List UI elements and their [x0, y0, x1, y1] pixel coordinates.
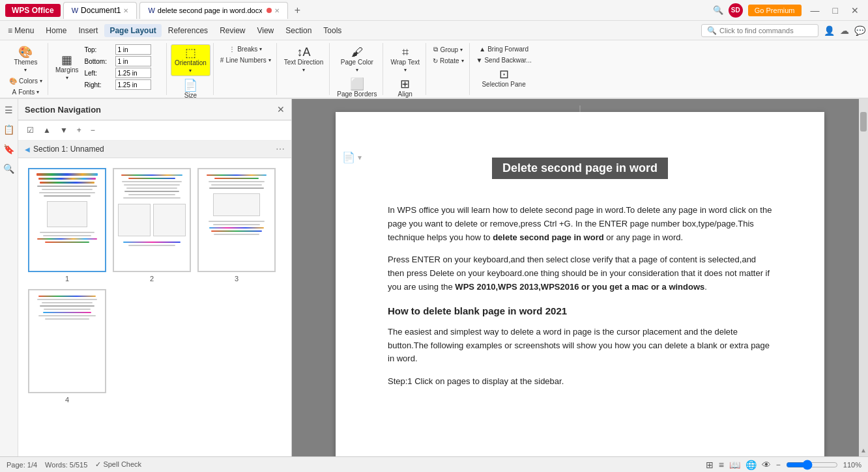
page-borders-button[interactable]: ⬜ Page Borders: [334, 76, 380, 99]
thumb-frame-3: [197, 168, 276, 272]
page-annotation-arrow: ▾: [358, 153, 362, 162]
page-color-group: 🖌 Page Color ▾ ⬜ Page Borders: [331, 43, 383, 95]
page-thumb-4-num: 4: [65, 396, 69, 404]
document2-tab[interactable]: W delete second page in word.docx ✕: [139, 2, 287, 19]
menu-tools[interactable]: Tools: [318, 24, 347, 37]
fonts-button[interactable]: A Fonts ▾: [10, 87, 42, 97]
doc-para1: In WPS office you will learn how to dele…: [388, 204, 772, 244]
command-search-input[interactable]: [719, 27, 811, 35]
section-more-icon[interactable]: ⋯: [276, 144, 285, 154]
menu-view[interactable]: View: [252, 24, 279, 37]
page-thumb-1[interactable]: 1: [28, 168, 106, 283]
panel-check-button[interactable]: ☑: [23, 124, 37, 137]
page-thumbnails-area: 1: [18, 158, 291, 413]
nav-toggle-button[interactable]: ☰: [2, 102, 16, 118]
search-icon: 🔍: [707, 26, 717, 35]
orientation-button[interactable]: ⬚ Orientation ▾: [171, 44, 210, 76]
zoom-out-button[interactable]: −: [776, 460, 781, 469]
globe-icon[interactable]: 🌐: [745, 460, 757, 470]
wps-office-button[interactable]: WPS Office: [5, 4, 61, 17]
document1-tab[interactable]: W Document1 ✕: [63, 2, 137, 19]
maximize-button[interactable]: □: [829, 5, 842, 16]
group-button[interactable]: ⧉ Group ▾: [431, 44, 465, 55]
view-icon-1[interactable]: ⊞: [706, 460, 714, 470]
panel-up-button[interactable]: ▲: [40, 124, 54, 137]
zoom-slider[interactable]: [786, 460, 838, 470]
fonts-icon: A: [12, 89, 17, 96]
section-collapse-icon: ◀: [25, 146, 30, 153]
align-button[interactable]: ⊞ Align ▾: [394, 76, 417, 99]
menu-section[interactable]: Section: [280, 24, 317, 37]
left-margin-input[interactable]: [115, 68, 151, 78]
send-backward-button[interactable]: ▼ Send Backwar...: [474, 55, 534, 65]
colors-icon: 🎨: [9, 77, 17, 85]
margins-group: ▦ Margins ▾ Top: Bottom: Left: Rig: [50, 43, 167, 95]
new-tab-button[interactable]: +: [291, 5, 304, 16]
panel-add-button[interactable]: +: [74, 124, 85, 137]
margins-icon: ▦: [61, 54, 72, 66]
vertical-scrollbar[interactable]: ▲: [859, 99, 868, 456]
menu-hamburger[interactable]: ≡ Menu: [3, 24, 39, 37]
cloud-icon: ☁: [840, 25, 849, 36]
wrap-text-button[interactable]: ⌗ Wrap Text ▾: [387, 44, 423, 75]
page-thumb-3-num: 3: [235, 275, 239, 283]
margin-fields: Top: Bottom: Left: Right:: [84, 44, 151, 90]
view-icon-2[interactable]: ≡: [719, 460, 724, 470]
spell-check[interactable]: ✓ Spell Check: [95, 460, 141, 469]
line-numbers-button[interactable]: # Line Numbers ▾: [218, 55, 274, 65]
section-label: Section 1: Unnamed: [33, 145, 104, 154]
themes-group: 🎨 Themes ▾ 🎨 Colors ▾ A Fonts ▾ ✦ Effect…: [4, 43, 48, 95]
rotate-button[interactable]: ↻ Rotate ▾: [430, 56, 466, 66]
search-sidebar-button[interactable]: 🔍: [1, 161, 17, 176]
bring-forward-icon: ▲: [479, 46, 485, 53]
panel-close-button[interactable]: ✕: [277, 104, 285, 115]
bookmark-button[interactable]: 🔖: [1, 141, 17, 157]
page-info: Page: 1/4: [7, 461, 37, 469]
page-thumb-2[interactable]: 2: [113, 168, 191, 283]
menu-insert[interactable]: Insert: [73, 24, 103, 37]
top-margin-input[interactable]: [115, 44, 151, 55]
group-rotate-group: ⧉ Group ▾ ↻ Rotate ▾: [427, 43, 469, 95]
menu-page-layout[interactable]: Page Layout: [104, 24, 161, 37]
size-button[interactable]: 📄 Size ▾: [179, 77, 202, 99]
section-header[interactable]: ◀ Section 1: Unnamed ⋯: [18, 141, 291, 158]
eye-icon[interactable]: 👁: [762, 460, 771, 470]
left-icons-strip: ☰ 📋 🔖 🔍: [0, 99, 18, 456]
page-thumb-4[interactable]: 4: [28, 289, 106, 404]
order-group: ▲ Bring Forward ▼ Send Backwar... ⊡ Sele…: [471, 43, 537, 95]
view-icon-3[interactable]: 📖: [729, 460, 740, 470]
document-area: 📄 ▾ Delete second page in word In WPS of…: [292, 99, 868, 456]
premium-button[interactable]: Go Premium: [748, 5, 802, 16]
themes-button[interactable]: 🎨 Themes ▾: [10, 44, 40, 75]
menu-review[interactable]: Review: [214, 24, 250, 37]
breaks-button[interactable]: ⋮ Breaks ▾: [226, 44, 265, 54]
orientation-icon: ⬚: [185, 47, 196, 59]
doc-title: Delete second page in word: [492, 158, 668, 179]
panel-remove-button[interactable]: −: [87, 124, 98, 137]
bottom-margin-input[interactable]: [115, 56, 151, 66]
right-margin-input[interactable]: [115, 79, 151, 90]
colors-button[interactable]: 🎨 Colors ▾: [7, 76, 45, 86]
user-avatar: SD: [729, 3, 743, 18]
panel-down-button[interactable]: ▼: [57, 124, 71, 137]
page-thumb-3[interactable]: 3: [197, 168, 276, 283]
tab1-close-icon[interactable]: ✕: [123, 7, 128, 14]
doc-para3: The easiest and simplest way to delete a…: [388, 326, 772, 366]
selection-pane-button[interactable]: ⊡ Selection Pane: [478, 66, 528, 90]
document-page[interactable]: 📄 ▾ Delete second page in word In WPS of…: [336, 112, 824, 456]
status-bar: Page: 1/4 Words: 5/515 ✓ Spell Check ⊞ ≡…: [0, 456, 868, 472]
recent-docs-button[interactable]: 📋: [1, 122, 17, 137]
margins-button[interactable]: ▦ Margins ▾: [52, 44, 82, 90]
page-thumb-1-num: 1: [65, 275, 69, 283]
tab2-close-icon[interactable]: ✕: [274, 7, 280, 14]
menu-home[interactable]: Home: [40, 24, 72, 37]
minimize-button[interactable]: —: [807, 5, 824, 16]
close-button[interactable]: ✕: [847, 5, 863, 16]
bring-forward-button[interactable]: ▲ Bring Forward: [476, 44, 531, 54]
page-color-button[interactable]: 🖌 Page Color ▾: [338, 44, 377, 75]
menu-references[interactable]: References: [163, 24, 213, 37]
page-annotation-icon: 📄: [342, 151, 355, 163]
text-direction-button[interactable]: ↕A Text Direction ▾: [281, 44, 327, 75]
page-color-icon: 🖌: [351, 46, 363, 58]
word-count: Words: 5/515: [45, 461, 87, 469]
